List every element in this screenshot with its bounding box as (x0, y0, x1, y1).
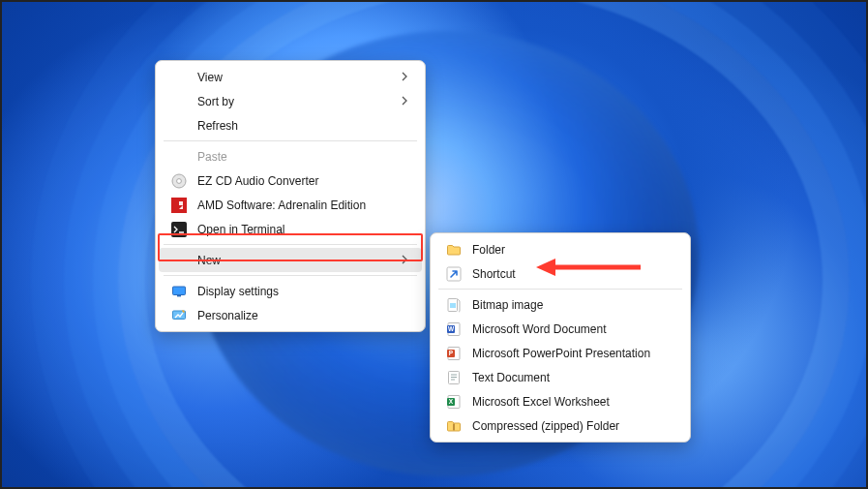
menu-item-ez-cd[interactable]: EZ CD Audio Converter (159, 168, 422, 193)
sub-item-excel[interactable]: X Microsoft Excel Worksheet (434, 389, 687, 413)
display-icon (170, 283, 188, 300)
menu-label: Compressed (zipped) Folder (472, 419, 673, 433)
sub-item-folder[interactable]: Folder (434, 237, 687, 261)
menu-item-personalize[interactable]: Personalize (159, 303, 422, 327)
menu-separator (164, 244, 417, 245)
menu-item-view[interactable]: View (159, 65, 422, 89)
amd-icon (170, 197, 188, 214)
menu-label: EZ CD Audio Converter (197, 174, 408, 188)
menu-label: View (197, 71, 378, 84)
terminal-icon (170, 221, 188, 238)
svg-rect-20 (453, 423, 455, 430)
svg-rect-9 (450, 303, 456, 308)
folder-icon (445, 241, 463, 259)
menu-item-paste: Paste (159, 144, 422, 168)
powerpoint-icon: P (445, 345, 463, 362)
shortcut-icon (445, 265, 463, 283)
sub-item-text[interactable]: Text Document (434, 365, 687, 389)
menu-item-display-settings[interactable]: Display settings (159, 279, 422, 303)
menu-label: Text Document (472, 371, 673, 384)
menu-separator (164, 275, 417, 276)
sub-item-shortcut[interactable]: Shortcut (434, 261, 687, 286)
menu-label: Folder (472, 243, 673, 257)
chevron-right-icon (402, 254, 408, 267)
sub-item-word[interactable]: W Microsoft Word Document (434, 317, 687, 341)
menu-separator (164, 140, 417, 141)
menu-label: AMD Software: Adrenalin Edition (197, 199, 408, 212)
svg-text:X: X (449, 398, 454, 405)
menu-separator (438, 289, 682, 290)
blank-icon (170, 69, 188, 86)
personalize-icon (170, 307, 188, 324)
chevron-right-icon (402, 71, 408, 84)
menu-label: Sort by (197, 95, 378, 108)
svg-text:W: W (448, 325, 455, 332)
svg-text:P: P (449, 350, 454, 356)
menu-label: Microsoft Excel Worksheet (472, 395, 673, 409)
zip-folder-icon (445, 417, 463, 435)
menu-label: Microsoft Word Document (472, 322, 673, 336)
disc-icon (170, 172, 188, 190)
sub-item-bitmap[interactable]: Bitmap image (434, 292, 687, 317)
menu-item-new[interactable]: New (159, 248, 422, 272)
sub-item-powerpoint[interactable]: P Microsoft PowerPoint Presentation (434, 341, 687, 365)
menu-label: Paste (197, 150, 408, 164)
sub-item-zip[interactable]: Compressed (zipped) Folder (434, 413, 687, 438)
menu-label: Display settings (197, 285, 408, 298)
blank-icon (170, 117, 188, 135)
menu-item-refresh[interactable]: Refresh (159, 113, 422, 138)
word-icon: W (445, 321, 463, 338)
excel-icon: X (445, 393, 463, 411)
menu-label: Open in Terminal (197, 223, 408, 236)
menu-item-amd[interactable]: AMD Software: Adrenalin Edition (159, 193, 422, 217)
menu-label: Refresh (197, 119, 408, 133)
menu-label: Microsoft PowerPoint Presentation (472, 347, 673, 360)
menu-item-terminal[interactable]: Open in Terminal (159, 217, 422, 241)
desktop-context-menu: View Sort by Refresh Paste EZ CD Audio C… (155, 60, 426, 332)
menu-label: Personalize (197, 309, 408, 322)
menu-item-sort-by[interactable]: Sort by (159, 89, 422, 113)
svg-rect-4 (173, 287, 186, 295)
menu-label: Bitmap image (472, 298, 673, 312)
svg-rect-3 (171, 222, 187, 237)
blank-icon (170, 93, 188, 110)
text-file-icon (445, 369, 463, 386)
menu-label: Shortcut (472, 267, 673, 281)
chevron-right-icon (402, 95, 408, 108)
new-submenu: Folder Shortcut Bitmap image W Microsoft… (430, 232, 691, 443)
bitmap-icon (445, 296, 463, 314)
blank-icon (170, 252, 188, 269)
svg-point-1 (177, 178, 182, 183)
menu-label: New (197, 254, 378, 267)
svg-rect-5 (177, 295, 181, 296)
blank-icon (170, 148, 188, 166)
